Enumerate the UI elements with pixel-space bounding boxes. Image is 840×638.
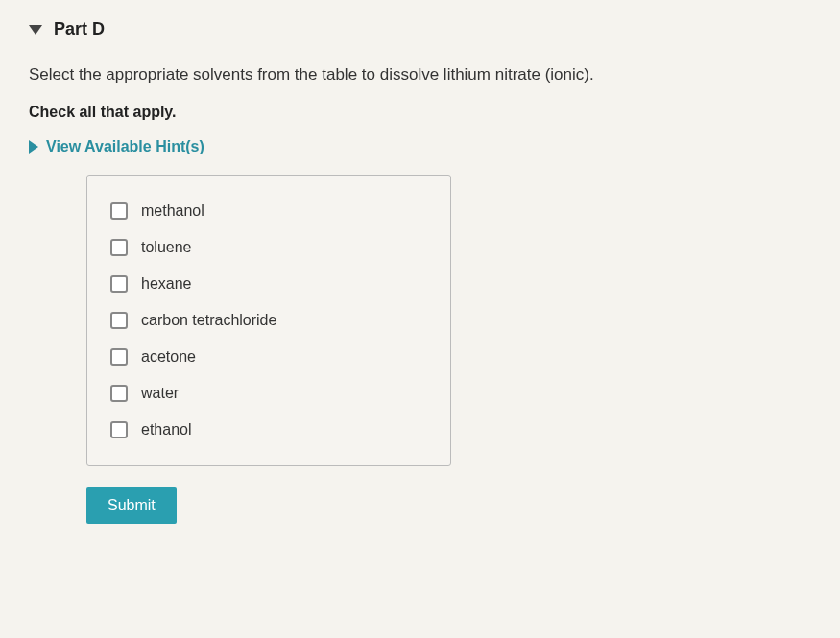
submit-button[interactable]: Submit	[86, 487, 177, 524]
option-row: methanol	[110, 193, 427, 229]
option-row: acetone	[110, 339, 427, 375]
option-row: hexane	[110, 266, 427, 302]
chevron-right-icon	[29, 140, 38, 154]
check-all-instruction: Check all that apply.	[29, 104, 811, 121]
checkbox-ethanol[interactable]	[110, 421, 128, 438]
view-hints-toggle[interactable]: View Available Hint(s)	[29, 138, 811, 155]
option-row: carbon tetrachloride	[110, 302, 427, 339]
question-text: Select the appropriate solvents from the…	[29, 63, 811, 86]
checkbox-water[interactable]	[110, 385, 128, 402]
checkbox-carbon-tetrachloride[interactable]	[110, 312, 128, 329]
options-box: methanol toluene hexane carbon tetrachlo…	[86, 175, 451, 466]
checkbox-toluene[interactable]	[110, 239, 128, 256]
part-title: Part D	[54, 19, 105, 39]
checkbox-hexane[interactable]	[110, 275, 128, 293]
part-header: Part D	[29, 19, 811, 39]
hints-label: View Available Hint(s)	[46, 138, 204, 155]
option-label: water	[141, 385, 179, 402]
option-label: methanol	[141, 202, 204, 220]
checkbox-acetone[interactable]	[110, 348, 128, 366]
option-row: water	[110, 375, 427, 412]
option-label: toluene	[141, 239, 192, 256]
collapse-icon[interactable]	[29, 25, 42, 35]
option-label: ethanol	[141, 421, 192, 438]
checkbox-methanol[interactable]	[110, 202, 128, 220]
option-label: carbon tetrachloride	[141, 312, 276, 329]
option-label: hexane	[141, 275, 192, 293]
option-row: toluene	[110, 229, 427, 266]
option-label: acetone	[141, 348, 196, 366]
option-row: ethanol	[110, 412, 427, 448]
